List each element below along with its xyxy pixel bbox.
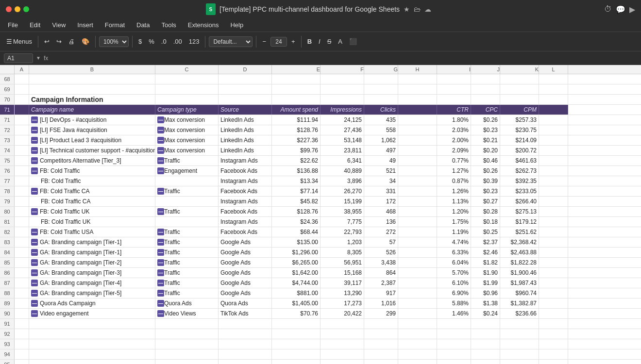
cell-68-b[interactable]	[29, 74, 155, 84]
cell-ref-dropdown[interactable]: ▼	[36, 55, 41, 61]
bold-button[interactable]: B	[305, 36, 314, 47]
cell-campaign-name[interactable]: —GA: Branding campaign [Tier-4]	[29, 278, 155, 288]
cell-clicks[interactable]: 299	[364, 309, 398, 318]
cell-69-d[interactable]	[219, 84, 272, 94]
cell-cpc[interactable]: $0.39	[471, 176, 500, 186]
cell-a[interactable]	[15, 309, 29, 318]
col-header-k[interactable]: K	[500, 65, 539, 74]
cell-clicks[interactable]: 3,438	[364, 258, 398, 267]
cell-source[interactable]: Google Ads	[219, 288, 272, 298]
cell-ctr[interactable]: 0.77%	[437, 156, 471, 165]
font-select[interactable]: Default...	[209, 36, 253, 47]
col-header-j[interactable]: J	[471, 65, 500, 74]
cell-69-h[interactable]	[398, 84, 437, 94]
cell-68-l[interactable]	[539, 74, 568, 84]
cell-source[interactable]: LinkedIn Ads	[219, 135, 272, 145]
col-header-l[interactable]: L	[539, 65, 568, 74]
cell-impressions[interactable]: 6,341	[320, 156, 364, 165]
cell-impressions[interactable]: 15,168	[320, 268, 364, 278]
cell-impressions[interactable]: 39,117	[320, 278, 364, 288]
cell-impressions[interactable]: 17,273	[320, 298, 364, 308]
formula-input[interactable]	[51, 55, 637, 62]
cell-ctr[interactable]: 4.74%	[437, 237, 471, 247]
cell-campaign-type[interactable]: — Quora Ads	[155, 298, 219, 308]
cell-impressions[interactable]: 38,955	[320, 207, 364, 216]
cell-h[interactable]	[398, 125, 437, 135]
cell-amount[interactable]: $1,296.00	[272, 248, 320, 257]
cell-cpm[interactable]: $266.40	[500, 197, 539, 206]
cell-source[interactable]: Facebook Ads	[219, 166, 272, 176]
col-header-e[interactable]: E	[272, 65, 320, 74]
cell-l[interactable]	[539, 197, 568, 206]
history-icon[interactable]: ⏱	[604, 5, 612, 14]
cell-h[interactable]	[398, 268, 437, 278]
cell-cpc[interactable]: $0.20	[471, 146, 500, 155]
redo-button[interactable]: ↪	[54, 36, 64, 47]
cell-impressions[interactable]: 13,290	[320, 288, 364, 298]
font-size-increase-button[interactable]: +	[289, 36, 298, 47]
cell-68-d[interactable]	[219, 74, 272, 84]
cell-a[interactable]	[15, 217, 29, 227]
cloud-icon[interactable]: ☁	[424, 5, 431, 13]
cell-campaign-name[interactable]: —Quora Ads Campaign	[29, 298, 155, 308]
cell-source[interactable]: Google Ads	[219, 278, 272, 288]
cell-impressions[interactable]: 8,305	[320, 248, 364, 257]
cell-impressions[interactable]: 1,203	[320, 237, 364, 247]
cell-cpm[interactable]: $1,822.28	[500, 258, 539, 267]
cell-70-a[interactable]	[15, 95, 29, 104]
cell-h[interactable]	[398, 166, 437, 176]
cell-campaign-name[interactable]: —Competitors Alternative [Tier_3]	[29, 156, 155, 165]
cell-campaign-type[interactable]: — Traffic	[155, 237, 219, 247]
cell-reference-input[interactable]	[4, 53, 33, 63]
cell-source[interactable]: Facebook Ads	[219, 207, 272, 216]
cell-amount[interactable]: $24.36	[272, 217, 320, 227]
cell-68-c[interactable]	[155, 74, 219, 84]
cell-ctr[interactable]: 6.90%	[437, 288, 471, 298]
close-button[interactable]	[6, 6, 12, 12]
cell-l[interactable]	[539, 237, 568, 247]
cell-l[interactable]	[539, 176, 568, 186]
decimal-decrease-button[interactable]: .0	[159, 36, 169, 47]
cell-campaign-type[interactable]: — Max conversion	[155, 115, 219, 125]
col-header-f[interactable]: F	[320, 65, 364, 74]
cell-l[interactable]	[539, 288, 568, 298]
cell-source[interactable]: Google Ads	[219, 268, 272, 278]
cell-impressions[interactable]: 7,775	[320, 217, 364, 227]
cell-amount[interactable]: $70.76	[272, 309, 320, 318]
cell-clicks[interactable]: 49	[364, 156, 398, 165]
cell-ctr[interactable]: 2.00%	[437, 135, 471, 145]
cell-l[interactable]	[539, 166, 568, 176]
header-campaign-name[interactable]: Campaign name	[29, 105, 155, 115]
header-clicks[interactable]: Clicks	[364, 105, 398, 115]
cell-cpc[interactable]: $1.90	[471, 268, 500, 278]
cell-cpm[interactable]: $1,382.87	[500, 298, 539, 308]
paint-format-button[interactable]: 🎨	[79, 36, 92, 47]
cell-ctr[interactable]: 6.33%	[437, 248, 471, 257]
cell-l[interactable]	[539, 258, 568, 267]
cell-cpc[interactable]: $0.46	[471, 156, 500, 165]
cell-l[interactable]	[539, 217, 568, 227]
cell-l[interactable]	[539, 156, 568, 165]
cell-clicks[interactable]: 521	[364, 166, 398, 176]
cell-clicks[interactable]: 558	[364, 125, 398, 135]
comments-icon[interactable]: 💬	[616, 5, 625, 14]
cell-cpm[interactable]: $251.62	[500, 227, 539, 237]
cell-l[interactable]	[539, 135, 568, 145]
cell-source[interactable]: LinkedIn Ads	[219, 115, 272, 125]
cell-clicks[interactable]: 172	[364, 197, 398, 206]
cell-campaign-name[interactable]: —FB: Cold Traffic CA	[29, 186, 155, 196]
cell-amount[interactable]: $13.34	[272, 176, 320, 186]
menu-file[interactable]: File	[6, 20, 20, 30]
cell-clicks[interactable]: 331	[364, 186, 398, 196]
header-source[interactable]: Source	[219, 105, 272, 115]
col-header-g[interactable]: G	[364, 65, 398, 74]
cell-campaign-type[interactable]: — Traffic	[155, 186, 219, 196]
cell-cpc[interactable]: $0.28	[471, 207, 500, 216]
cell-source[interactable]: Quora Ads	[219, 298, 272, 308]
cell-a[interactable]	[15, 258, 29, 267]
cell-source[interactable]: Google Ads	[219, 258, 272, 267]
cell-cpc[interactable]: $2.37	[471, 237, 500, 247]
text-color-button[interactable]: A	[336, 36, 345, 47]
cell-campaign-name[interactable]: —[LI] DevOps - #acquisition	[29, 115, 155, 125]
strikethrough-button[interactable]: S	[325, 36, 334, 47]
